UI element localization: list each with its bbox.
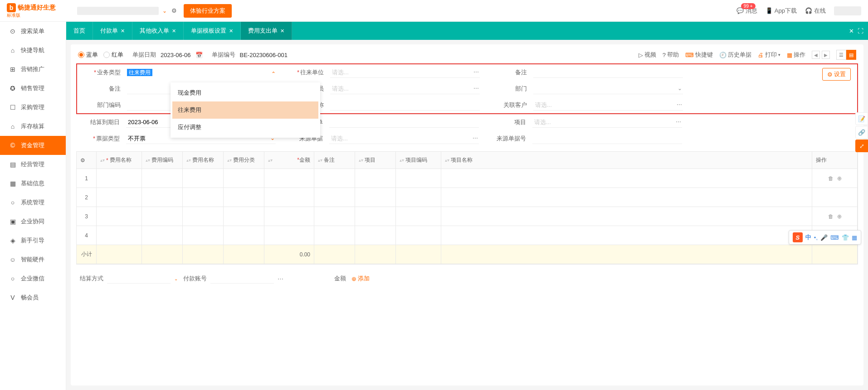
tab-other-income[interactable]: 其他收入单✕ — [132, 22, 184, 40]
float-note-button[interactable]: 📝 — [855, 112, 868, 125]
dept-name-input[interactable] — [330, 100, 480, 111]
sidebar-item-sales[interactable]: ✪销售管理 — [0, 79, 66, 98]
chevron-down-icon[interactable]: ⌄ — [678, 85, 682, 91]
biz-type-select[interactable]: 往来费用 ⌃ 现金费用 往来费用 应付调整 — [127, 69, 277, 77]
add-icon[interactable]: ⊕ — [837, 213, 842, 220]
more-icon[interactable]: ⋯ — [473, 85, 479, 91]
sidebar-item-member[interactable]: V畅会员 — [0, 288, 66, 307]
payment-method-input[interactable] — [107, 274, 171, 284]
tab-fullscreen-icon[interactable]: ⛶ — [858, 28, 863, 34]
table-row[interactable]: 1🗑⊕ — [77, 169, 858, 188]
payment-amount-field[interactable]: 金额 — [334, 274, 346, 283]
col-project-name[interactable]: ▴▾项目名称 — [441, 152, 812, 169]
sales-order-input[interactable] — [329, 117, 479, 128]
unit-select[interactable]: ⋯ — [330, 67, 480, 78]
ime-punct-icon[interactable]: •, — [814, 234, 818, 241]
tab-expense[interactable]: 费用支出单✕ — [241, 22, 292, 40]
ime-grid-icon[interactable]: ▦ — [852, 234, 857, 241]
ime-skin-icon[interactable]: 👕 — [842, 234, 849, 241]
ime-keyboard-icon[interactable]: ⌨ — [830, 234, 839, 241]
sidebar-item-quicknav[interactable]: ⌂快捷导航 — [0, 41, 66, 60]
col-fee-category[interactable]: ▴▾费用分类 — [224, 152, 264, 169]
col-amount[interactable]: ▴▾*金额 — [264, 152, 314, 169]
add-icon[interactable]: ⊕ — [837, 175, 842, 182]
close-icon[interactable]: ✕ — [172, 28, 176, 34]
col-fee-code[interactable]: ▴▾费用编码 — [142, 152, 183, 169]
ime-mic-icon[interactable]: 🎤 — [820, 234, 828, 241]
sidebar-item-purchase[interactable]: ☐采购管理 — [0, 98, 66, 117]
online-service-link[interactable]: 🎧 在线 — [805, 7, 826, 15]
app-download-link[interactable]: 📱 App下载 — [766, 7, 797, 15]
org-selector[interactable]: ⌄ — [77, 7, 167, 15]
radio-blue[interactable]: 蓝单 — [78, 51, 98, 59]
table-row[interactable]: 3🗑⊕ — [77, 207, 858, 226]
col-settings[interactable]: ⚙ — [77, 152, 97, 169]
col-project-code[interactable]: ▴▾项目编码 — [396, 152, 441, 169]
print-button[interactable]: 🖨打印▾ — [758, 51, 780, 59]
shortcuts-button[interactable]: ⌨快捷键 — [685, 51, 713, 59]
operations-button[interactable]: ▦操作 — [787, 51, 805, 59]
more-icon[interactable]: ⋯ — [473, 69, 479, 75]
col-project[interactable]: ▴▾项目 — [355, 152, 396, 169]
history-button[interactable]: 🕘历史单据 — [719, 51, 751, 59]
experience-button[interactable]: 体验行业方案 — [184, 4, 232, 18]
close-icon[interactable]: ✕ — [229, 28, 233, 34]
video-button[interactable]: ▷视频 — [639, 51, 656, 59]
close-icon[interactable]: ✕ — [121, 28, 125, 34]
sidebar-item-operation[interactable]: ▤经营管理 — [0, 155, 66, 174]
table-row[interactable]: 4🗑⊕ — [77, 226, 858, 245]
source-doc-select[interactable]: ⋯ — [329, 133, 479, 144]
sidebar-item-finance[interactable]: ©资金管理 — [0, 136, 66, 155]
more-icon[interactable]: ⋯ — [278, 275, 283, 282]
sidebar-item-guide[interactable]: ◈新手引导 — [0, 231, 66, 250]
sidebar-item-inventory[interactable]: ⌂库存核算 — [0, 117, 66, 136]
sidebar-item-basedata[interactable]: ▦基础信息 — [0, 174, 66, 193]
source-doc-no-input[interactable] — [532, 133, 682, 144]
sidebar-item-hardware[interactable]: ☺智能硬件 — [0, 250, 66, 269]
dropdown-option-cash[interactable]: 现金费用 — [172, 84, 318, 101]
sidebar-item-search[interactable]: ⊙搜索菜单 — [0, 22, 66, 41]
operator-select[interactable]: ⋯ — [330, 83, 480, 94]
view-card-button[interactable]: ▤ — [846, 50, 856, 60]
related-customer-select[interactable]: ⋯ — [533, 100, 683, 111]
payment-account-field[interactable]: 付款账号 ⋯ — [183, 274, 283, 284]
float-expand-button[interactable]: ⤢ — [855, 140, 868, 152]
gear-icon[interactable]: ⚙ — [171, 7, 177, 14]
more-icon[interactable]: ⋯ — [676, 119, 681, 125]
user-avatar[interactable] — [834, 6, 861, 15]
next-doc-button[interactable]: ▶ — [822, 51, 830, 59]
chevron-down-icon[interactable]: ⌄ — [174, 276, 178, 281]
tab-close-all-icon[interactable]: ✕ — [849, 28, 854, 34]
payment-account-input[interactable] — [210, 274, 274, 284]
tab-home[interactable]: 首页 — [66, 22, 93, 40]
more-icon[interactable]: ⋯ — [473, 135, 478, 141]
close-icon[interactable]: ✕ — [280, 28, 284, 34]
table-row[interactable]: 2 — [77, 188, 858, 207]
view-list-button[interactable]: ☰ — [836, 50, 846, 60]
sidebar-item-system[interactable]: ○系统管理 — [0, 193, 66, 212]
tab-template[interactable]: 单据模板设置✕ — [184, 22, 241, 40]
sidebar-item-wecom[interactable]: ○企业微信 — [0, 269, 66, 288]
form-settings-button[interactable]: ⚙设置 — [822, 68, 851, 81]
prev-doc-button[interactable]: ◀ — [812, 51, 820, 59]
date-value[interactable]: 2023-06-06 — [161, 52, 191, 58]
ime-cn-indicator[interactable]: 中 — [805, 233, 811, 241]
float-link-button[interactable]: 🔗 — [855, 126, 868, 139]
sidebar-item-marketing[interactable]: ⊞营销推广 — [0, 60, 66, 79]
payment-method-field[interactable]: 结算方式 ⌄ — [80, 274, 178, 284]
col-fee-name2[interactable]: ▴▾费用名称 — [183, 152, 224, 169]
radio-red[interactable]: 红单 — [103, 51, 123, 59]
calendar-icon[interactable]: 📅 — [195, 52, 203, 58]
sidebar-item-collab[interactable]: ▣企业协同 — [0, 212, 66, 231]
remark-input[interactable] — [533, 67, 683, 78]
add-payment-button[interactable]: ⊕ 添加 — [351, 274, 370, 283]
help-button[interactable]: ?帮助 — [663, 51, 679, 59]
tab-payment[interactable]: 付款单✕ — [93, 22, 132, 40]
delete-icon[interactable]: 🗑 — [828, 175, 834, 182]
chevron-up-icon[interactable]: ⌃ — [271, 71, 276, 77]
ime-toolbar[interactable]: S 中 •, 🎤 ⌨ 👕 ▦ — [789, 230, 861, 245]
messages-link[interactable]: 💬 99 + 消息 — [736, 7, 757, 15]
col-remark[interactable]: ▴▾备注 — [314, 152, 355, 169]
more-icon[interactable]: ⋯ — [677, 101, 682, 108]
dropdown-option-contact[interactable]: 往来费用 — [172, 101, 318, 119]
